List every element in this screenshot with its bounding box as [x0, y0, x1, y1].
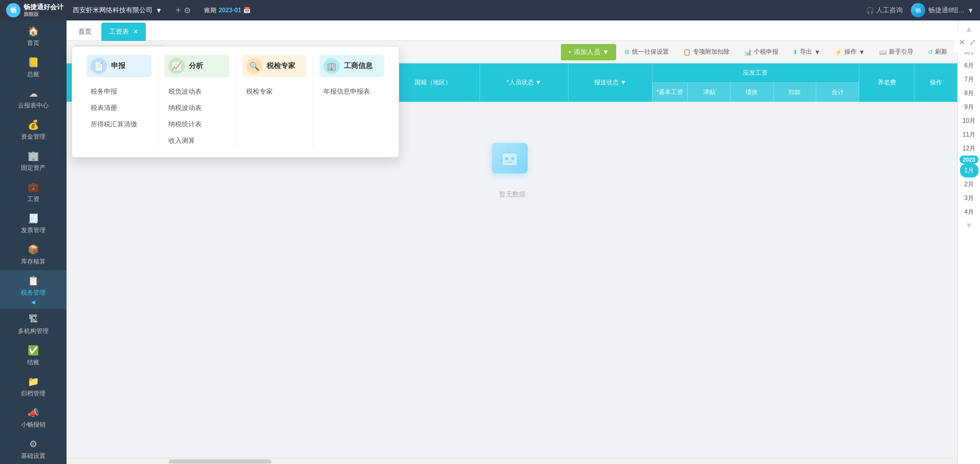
sidebar-item-ledger[interactable]: 📒 总账 — [0, 52, 67, 83]
home-tab-label: 首页 — [78, 27, 92, 36]
period-value: 2023-01 — [219, 7, 241, 14]
analysis-icon: 📈 — [168, 58, 185, 74]
sidebar-item-tax[interactable]: 📋 税务管理 ◀ — [0, 270, 67, 309]
calendar-icon[interactable]: 📅 — [243, 7, 251, 14]
sidebar-item-fund[interactable]: 💰 资金管理 — [0, 114, 67, 145]
section-title-declaration: 申报 — [111, 61, 125, 71]
top-bar: 畅 畅捷通好会计 旗舰版 西安虾米网络科技有限公司 ▼ + ⚙ 账期 2023-… — [0, 0, 980, 20]
sidebar-item-invoice[interactable]: 🧾 发票管理 — [0, 208, 67, 239]
sidebar-item-inventory[interactable]: 📦 库存核算 — [0, 239, 67, 270]
fund-icon: 💰 — [28, 119, 39, 130]
app-subtitle: 旗舰版 — [24, 11, 63, 17]
section-title-business: 工商信息 — [344, 61, 373, 71]
col-status: *人员状态 ▼ — [480, 63, 568, 102]
tab-home[interactable]: 首页 — [71, 23, 99, 41]
tax-filing-btn[interactable]: 📊 个税申报 — [740, 45, 782, 59]
col-pension: 养老费 — [859, 63, 914, 102]
col-deduction: 扣款 — [773, 83, 816, 102]
month-10[interactable]: 10月 — [960, 114, 978, 128]
month-7[interactable]: 7月 — [960, 73, 978, 86]
section-header-declaration: 📄 申报 — [86, 55, 151, 77]
company-name: 西安虾米网络科技有限公司 — [73, 6, 153, 15]
svg-point-2 — [511, 157, 514, 160]
sidebar-item-promo[interactable]: 📣 小畅报销 — [0, 402, 67, 433]
headset-icon: 🎧 — [866, 7, 874, 14]
add-company-btn[interactable]: + — [176, 5, 181, 16]
new-guide-btn[interactable]: 📖 新手引导 — [875, 45, 918, 59]
menu-item-tax-payment[interactable]: 纳税波动表 — [164, 100, 229, 116]
month-9[interactable]: 9月 — [960, 100, 978, 114]
toolbar-actions: ⚙ 统一社保设置 📋 专项附加扣除 📊 个税申报 ⬇ 导出 ▼ ⚡ — [620, 45, 951, 59]
col-performance: 绩效 — [731, 83, 774, 102]
month-12[interactable]: 12月 — [960, 142, 978, 156]
col-nationality: 国籍（地区） — [387, 63, 480, 102]
menu-item-income-estimate[interactable]: 收入测算 — [164, 132, 229, 149]
section-analysis: 📈 分析 税负波动表 纳税波动表 纳税统计表 收入测算 — [158, 55, 236, 149]
sidebar-label-fund: 资金管理 — [21, 132, 46, 141]
tab-payroll[interactable]: 工资表 ✕ — [101, 23, 146, 41]
menu-item-tax-expert[interactable]: 税检专家 — [242, 83, 307, 100]
tab-close-btn[interactable]: ✕ — [133, 28, 138, 35]
asset-icon: 🏢 — [28, 150, 39, 162]
multi-icon: 🏗 — [29, 314, 38, 325]
month-1-current[interactable]: 1月 — [960, 164, 978, 178]
section-title-expert: 税检专家 — [267, 61, 295, 71]
scroll-thumb[interactable] — [169, 459, 271, 463]
empty-text: 暂无数据 — [499, 190, 526, 199]
social-insurance-btn[interactable]: ⚙ 统一社保设置 — [620, 45, 673, 59]
menu-item-annual-report[interactable]: 年报信息申报表 — [319, 83, 384, 100]
horizontal-scrollbar[interactable] — [67, 458, 957, 464]
col-report-status: 报送状态 ▼ — [568, 63, 652, 102]
month-2[interactable]: 2月 — [960, 178, 978, 191]
inventory-icon: 📦 — [28, 244, 39, 255]
sidebar-label-settle: 结账 — [27, 358, 39, 367]
col-base-salary: *基本工资 — [652, 83, 688, 102]
svg-point-1 — [505, 157, 508, 160]
guide-action-icon: 📖 — [879, 49, 887, 56]
month-11[interactable]: 11月 — [960, 128, 978, 142]
month-8[interactable]: 8月 — [960, 86, 978, 100]
menu-item-tax-stats[interactable]: 纳税统计表 — [164, 116, 229, 132]
sidebar-item-salary[interactable]: 💼 工资 — [0, 176, 67, 208]
ledger-icon: 📒 — [28, 57, 39, 68]
month-4[interactable]: 4月 — [960, 205, 978, 219]
tax-dropdown-menu: 📄 申报 税务申报 税表清册 所得税汇算清缴 📈 分析 税负波动表 纳税波动表 … — [72, 46, 399, 158]
sidebar-label-home: 首页 — [27, 39, 39, 48]
menu-item-tax-burden[interactable]: 税负波动表 — [164, 83, 229, 100]
sidebar-label-cloud: 云报表中心 — [18, 101, 49, 110]
sidebar-label-inventory: 库存核算 — [21, 257, 46, 266]
month-3[interactable]: 3月 — [960, 191, 978, 205]
sidebar-item-multi[interactable]: 🏗 多机构管理 — [0, 309, 67, 340]
special-deduction-btn[interactable]: 📋 专项附加扣除 — [679, 45, 734, 59]
deduction-icon: 📋 — [683, 49, 691, 56]
filing-icon: 📊 — [744, 49, 752, 56]
month-6[interactable]: 6月 — [960, 59, 978, 73]
operations-btn[interactable]: ⚡ 操作 ▼ — [831, 45, 869, 59]
export-dropdown-icon: ▼ — [814, 49, 820, 56]
sidebar-item-settings[interactable]: ⚙ 基础设置 — [0, 433, 67, 464]
menu-item-annual-settlement[interactable]: 所得税汇算清缴 — [86, 116, 151, 132]
sidebar-item-settle[interactable]: ✅ 结账 — [0, 340, 67, 371]
dropdown-sections: 📄 申报 税务申报 税表清册 所得税汇算清缴 📈 分析 税负波动表 纳税波动表 … — [72, 47, 399, 157]
ops-dropdown-icon: ▼ — [859, 49, 865, 56]
add-employee-button[interactable]: + 添加人员 ▼ — [561, 44, 616, 60]
month-scroll-down[interactable]: ▼ — [963, 219, 975, 232]
section-title-analysis: 分析 — [189, 61, 203, 71]
refresh-btn[interactable]: ↺ 刷新 — [924, 45, 951, 59]
sidebar-item-asset[interactable]: 🏢 固定资产 — [0, 145, 67, 176]
sidebar-label-asset: 固定资产 — [21, 164, 46, 172]
col-total: 合计 — [816, 83, 859, 102]
menu-item-tax-declaration[interactable]: 税务申报 — [86, 83, 151, 100]
logo-icon: 畅 — [6, 3, 20, 17]
section-header-analysis: 📈 分析 — [164, 55, 229, 77]
menu-item-tax-clearance[interactable]: 税表清册 — [86, 100, 151, 116]
customer-service-btn[interactable]: 🎧 人工咨询 — [866, 6, 903, 15]
company-selector[interactable]: 西安虾米网络科技有限公司 ▼ — [69, 4, 166, 17]
refresh-icon: ↺ — [928, 49, 933, 56]
sidebar-item-archive[interactable]: 📁 归档管理 — [0, 371, 67, 402]
user-profile-btn[interactable]: 畅 畅捷通8组... ▼ — [911, 3, 974, 17]
settings-icon[interactable]: ⚙ — [184, 6, 191, 15]
sidebar-item-cloud[interactable]: ☁ 云报表中心 — [0, 83, 67, 114]
export-btn[interactable]: ⬇ 导出 ▼ — [789, 45, 824, 59]
sidebar-item-home[interactable]: 🏠 首页 — [0, 20, 67, 52]
